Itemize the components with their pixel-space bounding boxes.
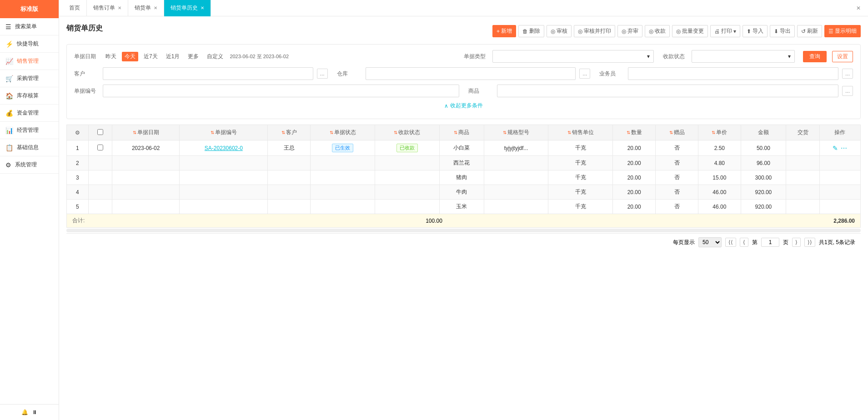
row-checkbox-cell[interactable] xyxy=(88,140,112,156)
col-customer[interactable]: ⇅客户 xyxy=(268,125,311,140)
sidebar-item-search-menu[interactable]: ☰ 搜索菜单 xyxy=(0,18,59,35)
row-payment-status: 已收款 xyxy=(375,140,439,156)
date-today-btn[interactable]: 今天 xyxy=(122,52,138,61)
col-goods[interactable]: ⇅商品 xyxy=(439,125,484,140)
staff-ellipsis-btn[interactable]: ... xyxy=(842,69,853,79)
collect-button[interactable]: ◎ 收款 xyxy=(645,25,670,37)
tab-sales-goods[interactable]: 销货单 ✕ xyxy=(128,0,164,16)
sidebar-item-quick-nav[interactable]: ⚡ 快捷导航 xyxy=(0,35,59,53)
page-input[interactable] xyxy=(761,238,779,247)
tab-sales-history[interactable]: 销货单历史 ✕ xyxy=(164,0,211,16)
row-doc-no[interactable] xyxy=(180,200,268,214)
sidebar-bottom: 🔔 ⏸ xyxy=(0,404,59,420)
row-checkbox-cell[interactable] xyxy=(88,185,112,200)
batch-change-button[interactable]: ◎ 批量变更 xyxy=(672,25,708,37)
row-checkbox-cell[interactable] xyxy=(88,200,112,214)
pause-icon[interactable]: ⏸ xyxy=(32,409,37,415)
refresh-button[interactable]: ↺ 刷新 xyxy=(797,25,822,37)
settings-button[interactable]: 设置 xyxy=(832,51,853,62)
more-icon[interactable]: ⋯ xyxy=(841,145,847,152)
add-button[interactable]: + 新增 xyxy=(492,25,516,37)
import-button[interactable]: ⬆ 导入 xyxy=(743,25,768,37)
delete-button[interactable]: 🗑 删除 xyxy=(518,25,544,37)
page-next-btn[interactable]: ⟩ xyxy=(792,238,801,247)
scrollbar[interactable] xyxy=(66,229,861,232)
warehouse-input[interactable] xyxy=(366,67,576,80)
tab-sales-order-close[interactable]: ✕ xyxy=(118,5,121,10)
date-7days-btn[interactable]: 近7天 xyxy=(141,52,161,61)
col-settings[interactable]: ⚙ xyxy=(67,125,89,140)
customer-input[interactable] xyxy=(103,67,313,80)
tab-sales-order[interactable]: 销售订单 ✕ xyxy=(87,0,128,16)
page-size-select[interactable]: 50 100 200 xyxy=(698,237,722,247)
staff-input[interactable] xyxy=(628,67,838,80)
col-doc-status[interactable]: ⇅单据状态 xyxy=(311,125,375,140)
row-checkbox-cell[interactable] xyxy=(88,156,112,170)
sidebar-item-ops-mgmt[interactable]: 📊 经营管理 xyxy=(0,122,59,139)
sidebar-item-inventory[interactable]: 🏠 库存核算 xyxy=(0,87,59,105)
table-header-row: ⚙ ⇅单据日期 ⇅单据编号 ⇅客户 ⇅单据状态 ⇅收款状态 ⇅商品 ⇅规格型号 … xyxy=(67,125,861,140)
row-trade xyxy=(786,156,820,170)
row-checkbox-cell[interactable] xyxy=(88,170,112,185)
sidebar-item-sales-mgmt[interactable]: 📈 销售管理 xyxy=(0,53,59,70)
col-unit[interactable]: ⇅销售单位 xyxy=(548,125,613,140)
close-all-tabs[interactable]: ✕ xyxy=(853,5,864,11)
doc-no-link[interactable]: SA-20230602-0 xyxy=(205,145,243,151)
page-first-btn[interactable]: ⟨⟨ xyxy=(725,238,736,247)
row-doc-no[interactable] xyxy=(180,185,268,200)
warehouse-ellipsis-btn[interactable]: ... xyxy=(579,69,590,79)
payment-status-select[interactable]: ▾ xyxy=(692,50,795,63)
customer-ellipsis-btn[interactable]: ... xyxy=(317,69,328,79)
show-detail-button[interactable]: ☰ 显示明细 xyxy=(824,25,861,37)
tab-sales-goods-close[interactable]: ✕ xyxy=(154,5,157,10)
goods-ellipsis-btn[interactable]: ... xyxy=(842,86,853,96)
col-doc-date[interactable]: ⇅单据日期 xyxy=(112,125,180,140)
date-1month-btn[interactable]: 近1月 xyxy=(163,52,183,61)
col-payment-status[interactable]: ⇅收款状态 xyxy=(375,125,439,140)
page-prev-btn[interactable]: ⟨ xyxy=(740,238,748,247)
table-row: 4 牛肉 千克 20.00 否 46.00 920.00 xyxy=(67,185,861,200)
sidebar-item-basic-info[interactable]: 📋 基础信息 xyxy=(0,139,59,156)
col-spec[interactable]: ⇅规格型号 xyxy=(484,125,548,140)
col-unit-price[interactable]: ⇅单价 xyxy=(698,125,741,140)
query-button[interactable]: 查询 xyxy=(803,51,827,62)
row-doc-no[interactable] xyxy=(180,170,268,185)
row-doc-no[interactable] xyxy=(180,156,268,170)
audit-button[interactable]: ◎ 审核 xyxy=(547,25,572,37)
col-checkbox[interactable] xyxy=(88,125,112,140)
row-goods: 小白菜 xyxy=(439,140,484,156)
warehouse-label: 仓库 xyxy=(337,70,362,78)
date-custom-btn[interactable]: 自定义 xyxy=(204,52,226,61)
pagination: 每页显示 50 100 200 ⟨⟨ ⟨ 第 页 ⟩ ⟩⟩ 共1页, 5条记录 xyxy=(66,233,861,251)
row-doc-no[interactable]: SA-20230602-0 xyxy=(180,140,268,156)
edit-icon[interactable]: ✎ xyxy=(833,145,838,152)
date-more-btn[interactable]: 更多 xyxy=(185,52,201,61)
select-all-checkbox[interactable] xyxy=(97,129,103,135)
collapse-button[interactable]: ∧ 收起更多条件 xyxy=(74,102,853,110)
col-qty[interactable]: ⇅数量 xyxy=(613,125,656,140)
sidebar-item-purchase-mgmt[interactable]: 🛒 采购管理 xyxy=(0,70,59,87)
col-gift[interactable]: ⇅赠品 xyxy=(656,125,698,140)
date-label: 单据日期 xyxy=(74,53,99,60)
export-button[interactable]: ⬇ 导出 xyxy=(770,25,795,37)
sidebar-logo: 标准版 xyxy=(0,0,59,18)
sidebar-item-sys-mgmt[interactable]: ⚙ 系统管理 xyxy=(0,156,59,174)
abandon-button[interactable]: ◎ 弃审 xyxy=(617,25,642,37)
row-doc-status: 已生效 xyxy=(311,140,375,156)
page-last-btn[interactable]: ⟩⟩ xyxy=(804,238,815,247)
goods-input[interactable] xyxy=(497,85,838,97)
sidebar-item-finance[interactable]: 💰 资金管理 xyxy=(0,105,59,122)
col-doc-no[interactable]: ⇅单据编号 xyxy=(180,125,268,140)
row-checkbox[interactable] xyxy=(97,145,103,150)
notification-icon[interactable]: 🔔 xyxy=(21,409,28,415)
row-actions xyxy=(819,200,860,214)
doc-no-input[interactable] xyxy=(103,85,459,97)
tab-sales-history-close[interactable]: ✕ xyxy=(201,5,204,10)
tab-home[interactable]: 首页 xyxy=(63,0,87,16)
total-pages-label: 共1页, 5条记录 xyxy=(819,239,855,246)
doc-type-select[interactable]: ▾ xyxy=(492,50,654,63)
abandon-icon: ◎ xyxy=(622,28,626,35)
date-yesterday-btn[interactable]: 昨天 xyxy=(103,52,119,61)
print-button[interactable]: 🖨 打印 ▾ xyxy=(710,25,740,37)
audit-print-button[interactable]: ◎ 审核并打印 xyxy=(574,25,615,37)
